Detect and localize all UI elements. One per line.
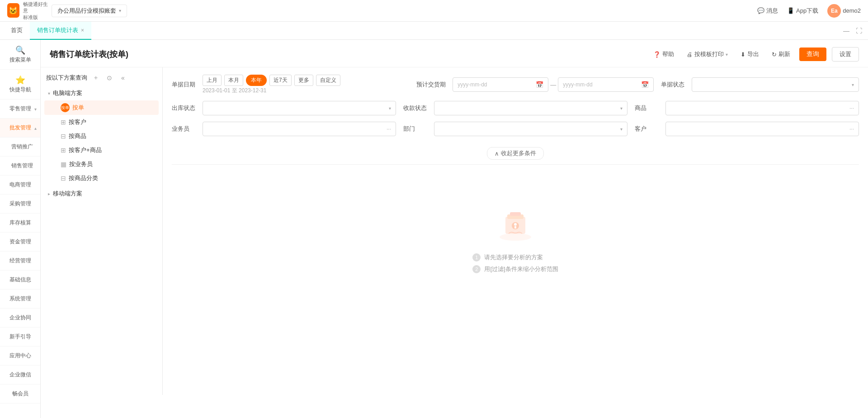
date-shortcut-more[interactable]: 更多	[294, 75, 313, 86]
payment-status-select[interactable]: ▾	[434, 101, 627, 115]
date-shortcut-this-month[interactable]: 本月	[224, 75, 243, 86]
export-button[interactable]: ⬇ 导出	[737, 48, 763, 60]
sidebar-item-enterprise-wechat[interactable]: 企业微信	[0, 366, 40, 385]
split-layout: 按以下方案查询 ＋ ⊙ « ▾ 电脑端方案 按单 按单	[41, 67, 868, 395]
app-download-button[interactable]: 📱 App下载	[787, 7, 818, 15]
user-name: demo2	[843, 7, 861, 14]
scheme-item-by-customer[interactable]: ⊞ 按客户	[44, 115, 159, 129]
filter-field-payment-status: 收款状态 ▾	[403, 101, 627, 115]
scheme-category-mobile[interactable]: ▸ 移动端方案	[41, 187, 162, 200]
tab-sales-order-stats-label: 销售订单统计表	[37, 26, 78, 34]
customer-select[interactable]: ···	[665, 122, 859, 136]
salesperson-more-icon[interactable]: ···	[387, 126, 391, 132]
delivery-to-calendar-icon[interactable]: 📅	[641, 81, 649, 88]
tab-minimize-button[interactable]: —	[841, 25, 852, 36]
scheme-item-by-goods-category[interactable]: ⊟ 按商品分类	[44, 171, 159, 185]
customer-more-icon[interactable]: ···	[849, 126, 854, 132]
sidebar-search-label: 搜索菜单	[0, 56, 40, 64]
refresh-button[interactable]: ↻ 刷新	[768, 48, 794, 60]
date-shortcut-last-7days[interactable]: 近7天	[269, 75, 292, 86]
workspace-name: 办公用品行业模拟账套	[57, 7, 116, 15]
delivery-from-calendar-icon[interactable]: 📅	[536, 81, 543, 88]
sidebar-item-sales-mgmt[interactable]: 销售管理	[0, 157, 40, 176]
page-title: 销售订单统计表(按单)	[50, 49, 128, 60]
ship-status-select[interactable]: ▾	[203, 101, 396, 115]
sidebar-item-wholesale[interactable]: 批发管理 ▴	[0, 119, 40, 138]
scheme-item-by-order[interactable]: 按单 按单	[44, 100, 159, 115]
delivery-date-to[interactable]: yyyy-mm-dd 📅	[558, 77, 654, 92]
scheme-collapse-button[interactable]: «	[118, 73, 128, 83]
app-download-icon: 📱	[787, 7, 794, 14]
logo-area: 🐱 畅捷通好生意 标准版	[7, 1, 48, 20]
sidebar-item-newbie[interactable]: 新手引导	[0, 328, 40, 347]
sidebar-item-inventory[interactable]: 库存核算	[0, 214, 40, 233]
newbie-label: 新手引导	[0, 333, 40, 341]
app-center-label: 应用中心	[0, 352, 40, 360]
user-menu[interactable]: Ea demo2	[827, 4, 861, 18]
svg-point-0	[500, 233, 531, 241]
sidebar-item-search[interactable]: 🔍 搜索菜单	[0, 40, 40, 70]
date-shortcut-custom[interactable]: 自定义	[316, 75, 340, 86]
sidebar-item-purchase[interactable]: 采购管理	[0, 195, 40, 214]
tab-close-icon[interactable]: ×	[81, 28, 84, 33]
scheme-category-desktop[interactable]: ▾ 电脑端方案	[41, 86, 162, 100]
tab-right-controls: — ⛶	[841, 25, 864, 36]
hint-num-2: 2	[472, 265, 481, 273]
sidebar-item-app-center[interactable]: 应用中心	[0, 347, 40, 366]
date-shortcut-last-month[interactable]: 上月	[203, 75, 222, 86]
sidebar-item-finance[interactable]: 资金管理	[0, 233, 40, 252]
collapse-icon: ∧	[495, 150, 499, 157]
sidebar-item-system[interactable]: 系统管理	[0, 290, 40, 309]
sidebar-item-membership[interactable]: 畅会员	[0, 385, 40, 404]
scheme-item-by-salesperson[interactable]: ▦ 按业务员	[44, 157, 159, 171]
print-dropdown-icon: ▾	[726, 52, 728, 57]
department-select[interactable]: ▾	[434, 122, 627, 136]
sidebar-item-enterprise[interactable]: 企业协同	[0, 309, 40, 328]
workspace-selector[interactable]: 办公用品行业模拟账套 ▾	[52, 5, 127, 17]
order-status-caret: ▾	[852, 82, 854, 87]
tab-sales-order-stats[interactable]: 销售订单统计表 ×	[30, 22, 91, 40]
svg-rect-3	[510, 212, 521, 216]
refresh-icon: ↻	[772, 51, 777, 58]
scheme-item-by-goods[interactable]: ⊟ 按商品	[44, 129, 159, 143]
message-button[interactable]: 💬 消息	[757, 7, 778, 15]
sidebar-item-retail[interactable]: 零售管理 ▾	[0, 100, 40, 119]
sidebar-item-basic-info[interactable]: 基础信息	[0, 271, 40, 290]
date-shortcut-this-year[interactable]: 本年	[246, 75, 267, 86]
collapse-conditions-button[interactable]: ∧ 收起更多条件	[487, 147, 544, 160]
help-button[interactable]: ❓ 帮助	[650, 48, 678, 60]
scheme-label-by-customer: 按客户	[69, 118, 86, 126]
scheme-settings-button[interactable]: ⊙	[104, 73, 114, 83]
delivery-date-from[interactable]: yyyy-mm-dd 📅	[453, 77, 548, 92]
page-content: 销售订单统计表(按单) ❓ 帮助 🖨 按模板打印 ▾ ⬇ 导出	[41, 40, 868, 418]
query-button[interactable]: 查询	[799, 48, 826, 61]
scheme-item-by-customer-goods[interactable]: ⊞ 按客户+商品	[44, 143, 159, 157]
scheme-label-by-order: 按单	[72, 104, 84, 112]
goods-more-icon[interactable]: ···	[849, 105, 854, 111]
delivery-date-group: yyyy-mm-dd 📅 — yyyy-mm-dd 📅	[453, 77, 654, 92]
filter-row-3: 业务员 ··· 部门 ▾	[172, 122, 859, 136]
sidebar-item-operations[interactable]: 经营管理	[0, 252, 40, 271]
goods-select[interactable]: ···	[665, 101, 859, 115]
tab-home[interactable]: 首页	[4, 22, 30, 40]
sidebar-item-marketing[interactable]: 营销推广	[0, 138, 40, 157]
print-label: 按模板打印	[694, 50, 724, 58]
svg-point-5	[514, 223, 517, 226]
page-actions: ❓ 帮助 🖨 按模板打印 ▾ ⬇ 导出 ↻ 刷新	[650, 47, 859, 62]
sidebar-item-quick-nav[interactable]: ⭐ 快捷导航	[0, 70, 40, 100]
date-range-text: 2023-01-01 至 2023-12-31	[203, 87, 409, 95]
tab-maximize-button[interactable]: ⛶	[854, 25, 864, 36]
settings-button[interactable]: 设置	[832, 47, 859, 62]
refresh-label: 刷新	[778, 50, 790, 58]
salesperson-select[interactable]: ···	[203, 122, 396, 136]
settings-label: 设置	[840, 50, 851, 58]
print-button[interactable]: 🖨 按模板打印 ▾	[683, 48, 731, 60]
enterprise-label: 企业协同	[0, 314, 40, 322]
sidebar-item-ecommerce[interactable]: 电商管理	[0, 176, 40, 195]
marketing-label: 营销推广	[4, 143, 40, 151]
order-status-select[interactable]: ▾	[692, 77, 859, 92]
mobile-category-toggle: ▸	[48, 191, 50, 196]
scheme-add-button[interactable]: ＋	[91, 73, 101, 83]
payment-status-label: 收款状态	[403, 104, 430, 112]
empty-state: 1 请先选择要分析的方案 2 用[过滤]条件来缩小分析范围	[172, 165, 859, 309]
